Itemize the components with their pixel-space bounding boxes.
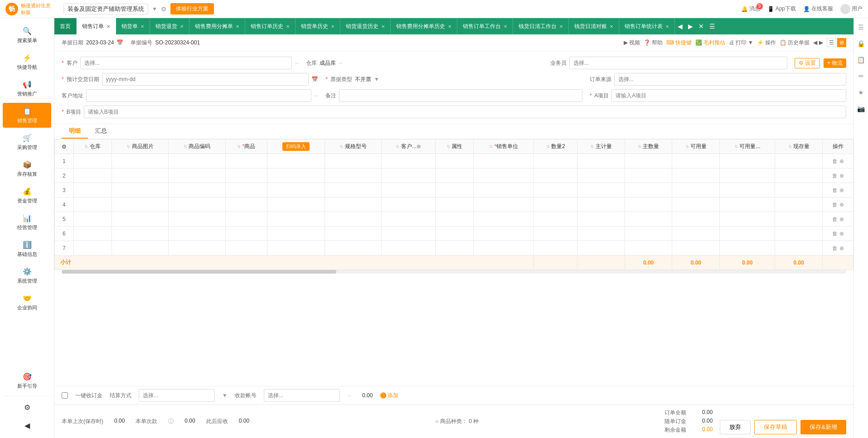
row-4-warehouse[interactable] bbox=[73, 197, 112, 212]
row-7-copy-icon[interactable]: ⊕ bbox=[839, 245, 844, 251]
right-sidebar-icon-6[interactable]: 📷 bbox=[856, 103, 867, 114]
tab-goods-history[interactable]: 销货单历史 ✕ bbox=[296, 18, 340, 34]
a-project-input[interactable] bbox=[611, 89, 846, 102]
b-project-input[interactable] bbox=[84, 106, 846, 118]
tab-summary[interactable]: 汇总 bbox=[88, 124, 114, 139]
address-more-btn[interactable]: ··· bbox=[314, 93, 318, 98]
tab-close-sales-goods[interactable]: ✕ bbox=[141, 24, 144, 29]
shortcut-btn[interactable]: ⌨ 快捷键 bbox=[666, 39, 692, 47]
chevron-down-icon[interactable]: ▼ bbox=[152, 6, 157, 12]
settlement-input[interactable] bbox=[139, 389, 215, 402]
row-3-available2[interactable] bbox=[720, 183, 775, 197]
scroll-thumb[interactable] bbox=[62, 270, 336, 274]
setting-btn[interactable]: ⚙ 设置 bbox=[795, 58, 820, 68]
row-6-main-unit[interactable] bbox=[577, 226, 625, 241]
tab-next-btn[interactable]: ▶ bbox=[685, 18, 696, 34]
row-2-customer-code[interactable] bbox=[382, 168, 436, 183]
row-3-spec[interactable] bbox=[325, 183, 382, 197]
row-5-spec[interactable] bbox=[325, 212, 382, 226]
salesperson-input[interactable] bbox=[569, 57, 787, 69]
tab-close-sales-return[interactable]: ✕ bbox=[180, 24, 184, 29]
row-5-image[interactable] bbox=[112, 212, 169, 226]
order-source-input[interactable] bbox=[614, 73, 846, 86]
tab-daily-workbench[interactable]: 钱货日清工作台 ✕ bbox=[513, 18, 569, 34]
tab-sales-goods[interactable]: 销货单 ✕ bbox=[116, 18, 150, 34]
sidebar-collapse-btn[interactable]: ◀ bbox=[3, 417, 51, 433]
row-6-code[interactable] bbox=[169, 226, 226, 241]
sidebar-item-finance[interactable]: 💰 资金管理 bbox=[3, 183, 51, 208]
profit-btn[interactable]: 💹 毛利预估 bbox=[695, 39, 725, 47]
tab-daily-reconcile[interactable]: 钱货日清对账 ✕ bbox=[569, 18, 619, 34]
help-btn[interactable]: ❓ 帮助 bbox=[644, 39, 663, 47]
tab-close-sales-order[interactable]: ✕ bbox=[107, 24, 110, 29]
tab-sales-stats[interactable]: 销售订单统计表 ✕ bbox=[619, 18, 675, 34]
operations-btn[interactable]: ⚡ 操作 bbox=[757, 39, 776, 47]
sidebar-item-enterprise[interactable]: 🤝 企业协同 bbox=[3, 290, 51, 315]
row-2-qty2[interactable] bbox=[534, 168, 577, 183]
row-4-customer-code[interactable] bbox=[382, 197, 436, 212]
row-3-customer-code[interactable] bbox=[382, 183, 436, 197]
tab-detail[interactable]: 明细 bbox=[62, 124, 88, 139]
row-6-unit[interactable] bbox=[473, 226, 534, 241]
row-2-available2[interactable] bbox=[720, 168, 775, 183]
row-2-delete-icon[interactable]: 🗑 bbox=[832, 173, 838, 179]
row-5-delete-icon[interactable]: 🗑 bbox=[832, 216, 838, 222]
sidebar-item-marketing[interactable]: 📢 营销推广 bbox=[3, 76, 51, 101]
row-6-warehouse[interactable] bbox=[73, 226, 112, 241]
row-5-warehouse[interactable] bbox=[73, 212, 112, 226]
row-2-code[interactable] bbox=[169, 168, 226, 183]
row-6-available[interactable] bbox=[672, 226, 720, 241]
row-7-code[interactable] bbox=[169, 241, 226, 255]
invoice-dropdown-icon[interactable]: ▼ bbox=[374, 76, 379, 82]
view-btn[interactable]: ▶ 视频 bbox=[624, 39, 640, 47]
address-input[interactable] bbox=[86, 89, 311, 102]
history-btn[interactable]: 📋 历史单据 bbox=[780, 39, 810, 47]
right-sidebar-icon-1[interactable]: ☰ bbox=[856, 22, 867, 33]
row-6-copy-icon[interactable]: ⊕ bbox=[839, 231, 844, 237]
tab-close-daily-workbench[interactable]: ✕ bbox=[559, 24, 563, 29]
row-5-stock[interactable] bbox=[775, 212, 823, 226]
col-settings[interactable]: ⚙ bbox=[55, 140, 74, 154]
tab-sales-order[interactable]: 销售订单 ✕ bbox=[77, 18, 116, 34]
row-6-spec[interactable] bbox=[325, 226, 382, 241]
warehouse-more-btn[interactable]: ··· bbox=[339, 60, 343, 66]
row-5-unit[interactable] bbox=[473, 212, 534, 226]
sidebar-item-inventory[interactable]: 📦 库存核算 bbox=[3, 156, 51, 181]
row-1-product[interactable] bbox=[225, 154, 267, 168]
row-4-code[interactable] bbox=[169, 197, 226, 212]
row-7-customer-code[interactable] bbox=[382, 241, 436, 255]
row-5-customer-code[interactable] bbox=[382, 212, 436, 226]
settings-icon[interactable]: ⚙ bbox=[161, 5, 167, 13]
row-2-main-qty[interactable] bbox=[625, 168, 672, 183]
row-7-warehouse[interactable] bbox=[73, 241, 112, 255]
discard-btn[interactable]: 放弃 bbox=[720, 420, 751, 434]
row-1-delete-icon[interactable]: 🗑 bbox=[832, 158, 838, 164]
row-2-product[interactable] bbox=[225, 168, 267, 183]
row-3-delete-icon[interactable]: 🗑 bbox=[832, 187, 838, 193]
row-7-main-unit[interactable] bbox=[577, 241, 625, 255]
right-sidebar-icon-4[interactable]: ✏ bbox=[856, 71, 867, 82]
industry-btn[interactable]: 体验行业方案 bbox=[170, 3, 214, 14]
tab-expense-history[interactable]: 销售费用分摊单历史 ✕ bbox=[391, 18, 457, 34]
row-2-spec[interactable] bbox=[325, 168, 382, 183]
row-2-copy-icon[interactable]: ⊕ bbox=[839, 173, 844, 179]
notes-input[interactable] bbox=[339, 89, 582, 102]
tab-sales-expense[interactable]: 销售费用分摊单 ✕ bbox=[189, 18, 245, 34]
row-2-available[interactable] bbox=[672, 168, 720, 183]
row-4-delete-icon[interactable]: 🗑 bbox=[832, 202, 838, 208]
row-1-main-qty[interactable] bbox=[625, 154, 672, 168]
row-5-available[interactable] bbox=[672, 212, 720, 226]
row-3-copy-icon[interactable]: ⊕ bbox=[839, 187, 844, 193]
save-draft-btn[interactable]: 保存草稿 bbox=[754, 420, 797, 434]
customer-input[interactable] bbox=[80, 57, 292, 69]
row-1-spec[interactable] bbox=[325, 154, 382, 168]
tab-close-expense-history[interactable]: ✕ bbox=[448, 24, 451, 29]
sidebar-item-search[interactable]: 🔍 搜索菜单 bbox=[3, 23, 51, 48]
sidebar-item-basic[interactable]: ℹ️ 基础信息 bbox=[3, 236, 51, 261]
row-7-attr[interactable] bbox=[435, 241, 473, 255]
row-4-product[interactable] bbox=[225, 197, 267, 212]
tab-prev-btn[interactable]: ◀ bbox=[675, 18, 685, 34]
row-7-stock[interactable] bbox=[775, 241, 823, 255]
row-3-available[interactable] bbox=[672, 183, 720, 197]
sidebar-item-quicknav[interactable]: ⚡ 快捷导航 bbox=[3, 49, 51, 74]
